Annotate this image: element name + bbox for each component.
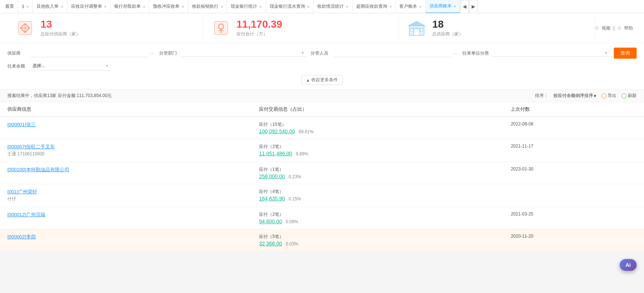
last-pay-1: 2022-08-08 (511, 121, 637, 127)
tx-row-6: 32,366.00 0.03% (259, 241, 511, 247)
nav-tab-collection[interactable]: 收款核销执行 × (188, 0, 227, 13)
person-dots[interactable]: ··· (454, 50, 458, 56)
nav-tab-supplier-ledger[interactable]: 供应商账本 × (426, 0, 460, 13)
close-icon[interactable]: × (307, 4, 309, 9)
close-icon[interactable]: × (389, 4, 392, 9)
nav-tab-adjust-label: 应收应付调整单 (71, 3, 102, 10)
supplier-input[interactable] (30, 49, 148, 57)
supplier-link-4[interactable]: [001]广州荣轩 (7, 189, 37, 194)
nav-tab-cash-bank-stat[interactable]: 现金银行统计 × (227, 0, 266, 13)
supplier-link-1[interactable]: [000001]张三 (7, 122, 36, 127)
payable-amount-text: 11,170.39 应付合计（万） (237, 19, 283, 37)
tx-row-5: 94,600.00 0.08% (259, 218, 511, 224)
nav-tab-cash-bank-flow[interactable]: 现金银行流水查询 × (266, 0, 314, 13)
tx-row-4: 164,635.90 0.15% (259, 196, 511, 201)
tx-percent-2: 9.89% (296, 151, 308, 156)
nav-tab-collection-stat[interactable]: 收款情况统计 × (314, 0, 352, 13)
total-suppliers-text: 18 总供应商（家） (432, 19, 463, 37)
collapse-button[interactable]: ▲ 收起更多条件 (301, 75, 343, 85)
nav-tab-collection-stat-label: 收款情况统计 (317, 3, 344, 10)
result-bar: 搜索结果中，供应商13家 应付金额 111,703,854.00元 排序： 按应… (0, 90, 644, 102)
balance-select[interactable]: 选择... ▾ (30, 62, 111, 70)
close-icon[interactable]: × (259, 4, 262, 9)
close-icon[interactable]: × (346, 4, 348, 9)
nav-tab-supplier-ledger-label: 供应商账本 (430, 3, 452, 9)
tx-percent-1: 89.61% (299, 129, 314, 134)
query-button[interactable]: 查询 (614, 48, 637, 59)
tx-amount-2[interactable]: 11,051,486.00 (259, 151, 292, 156)
chevron-up-icon: ▲ (306, 78, 310, 82)
nav-tab-customer-ledger[interactable]: 客户账本 × (396, 0, 426, 13)
nav-tab-other-income[interactable]: 其他收入单 × (33, 0, 67, 13)
payable-suppliers-label: 总应付供应商（家） (41, 31, 80, 37)
table-row: [000007]恒旺二手叉车 王通 17106110000 应付（2笔） 11,… (0, 139, 644, 162)
supplier-link-5[interactable]: [000012]广州贝瑞 (7, 212, 45, 217)
total-suppliers-number: 18 (432, 19, 463, 30)
supplier-link-2[interactable]: [000007]恒旺二手叉车 (7, 144, 55, 149)
export-icon (601, 93, 606, 99)
supplier-info-6: [000002]李四 (7, 234, 259, 240)
col-lastpay-header: 上次付数 (511, 106, 637, 113)
filter-row-1: 供应商 ··· 分管部门 ▾ 分管人员 ··· 往来单位分类 ▾ 查询 (7, 48, 637, 59)
tx-info-1: 应付（15笔） 100,092,540.00 89.61% (259, 121, 511, 134)
nav-prev-arrow[interactable]: ◀ (460, 0, 469, 13)
sort-select[interactable]: 按应付余额倒序排序 ▾ (553, 93, 596, 99)
close-icon[interactable]: × (61, 4, 63, 9)
col-tx-header: 应付交易信息（占比） (259, 106, 511, 113)
category-label: 往来单位分类 (462, 50, 489, 56)
balance-select-value: 选择... (32, 63, 45, 69)
close-icon[interactable]: × (182, 4, 184, 9)
tx-amount-6[interactable]: 32,366.00 (259, 241, 282, 247)
category-select[interactable]: ▾ (491, 49, 610, 57)
nav-tab-prepay[interactable]: 预收冲应收单 × (149, 0, 188, 13)
circle-icon-2: ⊙ (617, 25, 621, 31)
nav-next-arrow[interactable]: ▶ (469, 0, 478, 13)
tx-amount-4[interactable]: 164,635.90 (259, 196, 285, 201)
balance-label: 往来余额 (7, 63, 28, 69)
supplier-link-6[interactable]: [000002]李四 (7, 234, 36, 239)
table-row: [000012]广州贝瑞 应付（2笔） 94,600.00 0.08% 2021… (0, 207, 644, 229)
nav-tab-home-label: 首页 (5, 3, 14, 10)
close-icon[interactable]: × (454, 4, 456, 8)
close-icon[interactable]: × (27, 4, 29, 9)
close-icon[interactable]: × (104, 4, 106, 9)
tx-amount-1[interactable]: 100,092,540.00 (259, 128, 295, 134)
diamond-icon (15, 18, 35, 38)
nav-tab-prepay-label: 预收冲应收单 (153, 3, 179, 10)
nav-tab-home[interactable]: 首页 (1, 0, 18, 13)
tx-row-3: 258,000.00 0.23% (259, 173, 511, 179)
close-icon[interactable]: × (143, 4, 145, 9)
nav-tab-overdue[interactable]: 超期应收款查询 × (353, 0, 396, 13)
supplier-dots[interactable]: ··· (150, 50, 155, 56)
close-icon[interactable]: × (419, 4, 421, 9)
help-link[interactable]: 帮助 (624, 25, 633, 31)
table-header: 供应商信息 应付交易信息（占比） 上次付数 (0, 102, 644, 117)
tx-label-5: 应付（2笔） (259, 211, 511, 218)
last-pay-3: 2023-01-30 (511, 166, 637, 172)
filter-category: 往来单位分类 ▾ (462, 49, 610, 57)
close-icon[interactable]: × (221, 4, 223, 9)
nav-tab-overdue-label: 超期应收款查询 (356, 3, 387, 10)
supplier-link-3[interactable]: [000100]本特勤油品有限公司 (7, 167, 69, 172)
tx-amount-3[interactable]: 258,000.00 (259, 173, 285, 179)
nav-tab-adjust[interactable]: 应收应付调整单 × (67, 0, 111, 13)
table-row: [001]广州荣轩 仔仔 应付（4笔） 164,635.90 0.15% (0, 184, 644, 207)
person-input[interactable] (333, 49, 451, 57)
tx-label-6: 应付（5笔） (259, 234, 511, 240)
top-navigation: 首页 3 × 其他收入单 × 应收应付调整单 × 银行存取款单 × 预收冲应收单… (0, 0, 644, 13)
chevron-down-icon: ▾ (302, 51, 304, 55)
nav-tab-bank[interactable]: 银行存取款单 × (111, 0, 149, 13)
refresh-button[interactable]: 刷新 (622, 93, 637, 99)
export-button[interactable]: 导出 (601, 93, 616, 99)
wheat-icon (211, 18, 231, 38)
tx-amount-5[interactable]: 94,600.00 (259, 218, 282, 224)
chevron-down-icon-4: ▾ (594, 93, 596, 99)
tx-info-6: 应付（5笔） 32,366.00 0.03% (259, 234, 511, 247)
video-link[interactable]: 视频 (602, 25, 610, 31)
payable-suppliers-text: 13 总应付供应商（家） (41, 19, 80, 37)
nav-tab-3[interactable]: 3 × (18, 0, 33, 13)
supplier-sub-2: 王通 17106110000 (7, 151, 259, 157)
tx-info-5: 应付（2笔） 94,600.00 0.08% (259, 211, 511, 224)
dept-select[interactable]: ▾ (182, 49, 307, 57)
tx-row-1: 100,092,540.00 89.61% (259, 128, 511, 134)
